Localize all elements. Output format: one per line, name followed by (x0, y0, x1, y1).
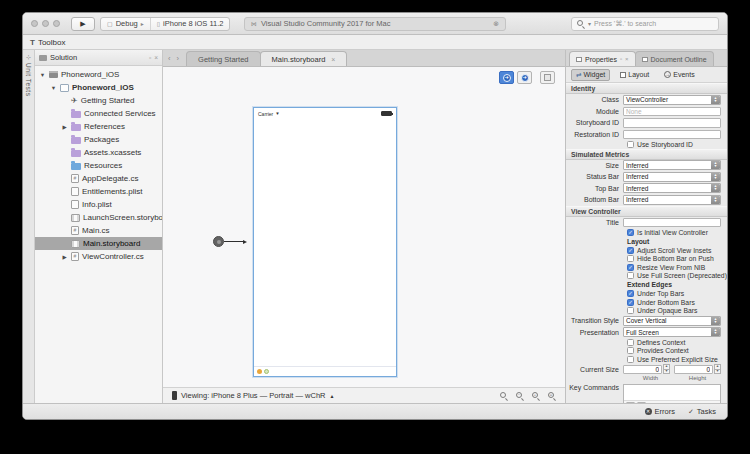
caret-up-icon[interactable]: ▲ (330, 393, 335, 399)
pad-close-icon[interactable]: × (154, 54, 158, 61)
use-storyboard-id-checkbox-row[interactable]: Use Storyboard ID (566, 140, 727, 149)
tasks-button[interactable]: ✓ Tasks (688, 407, 716, 416)
checkbox-icon[interactable] (627, 141, 634, 148)
checkbox-icon[interactable] (627, 272, 634, 279)
tree-item[interactable]: #AppDelegate.cs (35, 172, 162, 185)
checkbox-row[interactable]: Under Opaque Bars (566, 307, 727, 316)
pad-dock-icon[interactable]: ▫ (620, 56, 622, 62)
checkbox-icon[interactable]: ✓ (627, 247, 634, 254)
checkbox-icon[interactable] (627, 347, 634, 354)
global-search-input[interactable]: ▾ Press '⌘.' to search (571, 17, 719, 31)
restoration-id-input[interactable] (623, 130, 721, 140)
section-header-simulated-metrics[interactable]: Simulated Metrics (566, 149, 727, 160)
storyboard-canvas[interactable]: ➜ ➜ Carrier (163, 67, 565, 387)
top-bar-select[interactable]: Inferred▲▼ (623, 183, 721, 193)
storyboard-id-input[interactable] (623, 118, 721, 128)
expander-icon[interactable]: ▶ (61, 124, 68, 130)
section-header-identity[interactable]: Identity (566, 83, 727, 94)
key-commands-list[interactable]: + − (623, 384, 721, 403)
height-stepper[interactable]: ▲▼ (714, 364, 721, 374)
tree-item[interactable]: ▼Phoneword_iOS (35, 68, 162, 81)
checkbox-row[interactable]: ✓Under Bottom Bars (566, 298, 727, 307)
toolbox-bar[interactable]: T Toolbox (23, 35, 727, 50)
initial-view-controller-arrow[interactable] (213, 236, 247, 247)
checkbox-row[interactable]: ✓Adjust Scroll View Insets (566, 246, 727, 255)
pad-dock-icon[interactable]: ▫ (149, 54, 151, 61)
dismiss-icon[interactable]: ⊗ (493, 20, 499, 28)
tab-getting-started[interactable]: Getting Started (186, 51, 260, 66)
tree-item[interactable]: ✈Getting Started (35, 94, 162, 107)
checkbox-icon[interactable] (627, 255, 634, 262)
warning-dot-icon[interactable] (257, 369, 262, 374)
expander-icon[interactable]: ▼ (50, 85, 57, 91)
size-select[interactable]: Inferred▲▼ (623, 160, 721, 170)
root-view[interactable] (254, 119, 396, 366)
zoom-in-button[interactable]: + (532, 392, 540, 400)
tree-item[interactable]: ▼Phoneword_iOS (35, 81, 162, 94)
width-stepper[interactable]: ▲▼ (663, 364, 670, 374)
device-target-dropdown[interactable]: ▯ iPhone 8 iOS 11.2 (150, 18, 230, 30)
checkbox-row[interactable]: Use Preferred Explicit Size (566, 355, 727, 364)
unit-tests-tab[interactable]: Unit Tests (25, 63, 32, 96)
checkbox-icon[interactable] (627, 356, 634, 363)
checkbox-row[interactable]: ✓Is Initial View Controller (566, 228, 727, 237)
tree-item[interactable]: Assets.xcassets (35, 146, 162, 159)
checkbox-icon[interactable]: ✓ (627, 264, 634, 271)
expander-icon[interactable]: ▼ (39, 72, 46, 78)
module-input[interactable] (623, 107, 721, 117)
tab-properties[interactable]: Properties ▫ × (569, 51, 636, 66)
tab-nav-arrows[interactable]: ‹ › (166, 54, 186, 66)
grid-toggle-button[interactable] (540, 71, 555, 84)
checkbox-icon[interactable] (627, 339, 634, 346)
zoom-out-button[interactable]: − (516, 392, 524, 400)
status-dot-icon[interactable] (264, 369, 269, 374)
viewing-label[interactable]: Viewing: iPhone 8 Plus — Portrait — wChR (181, 391, 326, 400)
content-width-input[interactable] (623, 365, 662, 375)
checkbox-icon[interactable] (627, 307, 634, 314)
tab-close-icon[interactable]: × (331, 56, 335, 63)
checkbox-row[interactable]: ✓Resize View From NIB (566, 263, 727, 272)
section-header-view-controller[interactable]: View Controller (566, 206, 727, 217)
tree-item[interactable]: Entitlements.plist (35, 185, 162, 198)
tab-main-storyboard[interactable]: Main.storyboard × (260, 51, 348, 66)
transition-style-select[interactable]: Cover Vertical ▲▼ (623, 316, 721, 326)
tree-item[interactable]: Connected Services (35, 107, 162, 120)
tree-item[interactable]: ▶#ViewController.cs (35, 250, 162, 263)
checkbox-icon[interactable]: ✓ (627, 290, 634, 297)
zoom-actual-button[interactable]: = (548, 392, 556, 400)
tree-item[interactable]: Resources (35, 159, 162, 172)
dock-pin-icon[interactable]: ⊹ (26, 53, 31, 60)
checkbox-row[interactable]: Defines Context (566, 338, 727, 347)
tree-item[interactable]: Packages (35, 133, 162, 146)
checkbox-row[interactable]: Provides Context (566, 347, 727, 356)
title-input[interactable] (623, 218, 721, 228)
run-button[interactable]: ▶ (71, 17, 95, 31)
checkbox-icon[interactable]: ✓ (627, 299, 634, 306)
checkbox-row[interactable]: Use Full Screen (Deprecated) (566, 272, 727, 281)
checkbox-icon[interactable]: ✓ (627, 229, 634, 236)
layout-mode-button[interactable]: Layout (615, 69, 654, 81)
view-controller-scene[interactable]: Carrier ▼ (253, 107, 397, 377)
widget-mode-button[interactable]: ⇄ Widget (571, 69, 610, 81)
zoom-window-button[interactable] (53, 20, 60, 27)
tree-item[interactable]: LaunchScreen.storyboard (35, 211, 162, 224)
constraint-mode-button[interactable]: ➜ (499, 71, 514, 84)
close-window-button[interactable] (31, 20, 38, 27)
presentation-select[interactable]: Full Screen ▲▼ (623, 327, 721, 337)
class-select[interactable]: ViewController ▲▼ (623, 95, 721, 105)
bottom-bar-select[interactable]: Inferred▲▼ (623, 195, 721, 205)
tree-item[interactable]: ▶References (35, 120, 162, 133)
checkbox-row[interactable]: ✓Under Top Bars (566, 290, 727, 299)
checkbox-row[interactable]: Hide Bottom Bar on Push (566, 255, 727, 264)
tab-document-outline[interactable]: Document Outline (635, 51, 714, 66)
status-bar-select[interactable]: Inferred▲▼ (623, 172, 721, 182)
tree-item[interactable]: #Main.cs (35, 224, 162, 237)
debug-config-dropdown[interactable]: ▢ Debug ▸ (101, 18, 150, 30)
content-height-input[interactable] (674, 365, 713, 375)
frame-mode-button[interactable]: ➜ (517, 71, 532, 84)
errors-button[interactable]: ✕ Errors (645, 407, 675, 416)
tree-item[interactable]: Info.plist (35, 198, 162, 211)
tree-item[interactable]: Main.storyboard (35, 237, 162, 250)
minimize-window-button[interactable] (42, 20, 49, 27)
expander-icon[interactable]: ▶ (61, 254, 68, 260)
